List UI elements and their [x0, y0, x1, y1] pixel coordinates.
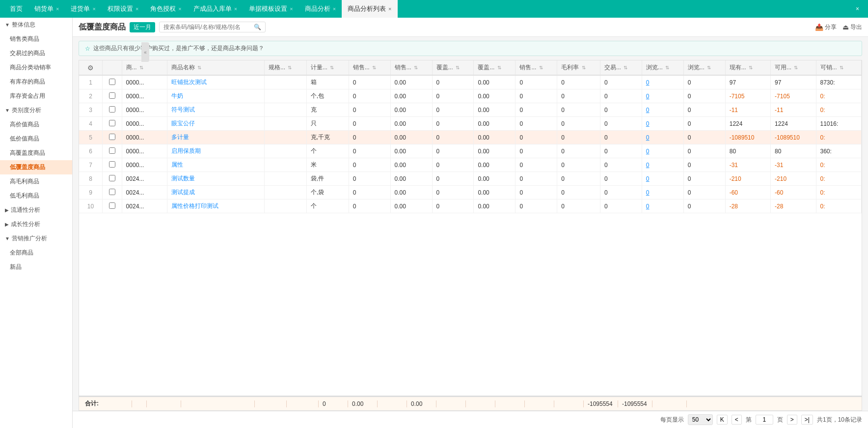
browse-link[interactable]: 0	[646, 107, 650, 114]
product-spec	[265, 131, 307, 144]
browse-link[interactable]: 0	[646, 175, 650, 182]
browse-link[interactable]: 0	[646, 120, 650, 127]
search-input[interactable]	[163, 24, 252, 30]
sidebar-item-inventory-products[interactable]: 有库存的商品	[0, 75, 72, 89]
row-checkbox[interactable]	[109, 120, 115, 126]
header-actions: 📤 分享 ⏏ 导出	[815, 23, 862, 31]
available-stock: 1224	[771, 117, 816, 131]
close-icon[interactable]: ×	[136, 6, 138, 12]
nav-product-analysis[interactable]: 商品分析 ×	[299, 0, 342, 18]
nav-role-auth[interactable]: 角色授权 ×	[144, 0, 187, 18]
sidebar-item-low-coverage[interactable]: 低覆盖度商品	[0, 160, 72, 174]
th-settings[interactable]: ⚙	[79, 60, 103, 75]
sidebar-item-low-value[interactable]: 低价值商品	[0, 132, 72, 146]
browse-link[interactable]: 0	[646, 148, 650, 155]
nav-product-inbound[interactable]: 产成品入库单 ×	[188, 0, 243, 18]
per-page-select[interactable]: 50 100 200	[688, 414, 713, 425]
nav-template-settings[interactable]: 单据模板设置 ×	[243, 0, 298, 18]
row-checkbox[interactable]	[109, 92, 115, 99]
footer-col-browse1	[525, 400, 554, 407]
row-checkbox[interactable]	[109, 79, 115, 85]
browse2: 0	[683, 172, 725, 186]
sidebar-item-high-value[interactable]: 高价值商品	[0, 117, 72, 132]
next-page-button[interactable]: >	[787, 415, 797, 425]
close-icon[interactable]: ×	[388, 6, 391, 12]
data-table-container[interactable]: ⚙ 商... ⇅ 商品名称 ⇅ 规格... ⇅ 计量... ⇅ 销售... ⇅ …	[79, 60, 862, 396]
row-checkbox[interactable]	[109, 189, 115, 195]
row-checkbox-cell	[103, 89, 122, 103]
nav-sales-order[interactable]: 销货单 ×	[28, 0, 65, 18]
th-cover2: 覆盖... ⇅	[474, 60, 515, 75]
sidebar-section-overall[interactable]: ▼ 整体信息	[0, 18, 72, 32]
product-name[interactable]: 测试提成	[167, 186, 265, 200]
saleable-qty: 11016:	[816, 117, 861, 131]
browse-link[interactable]: 0	[646, 162, 650, 169]
export-button[interactable]: ⏏ 导出	[842, 23, 862, 31]
close-all-button[interactable]: ×	[851, 5, 864, 12]
close-icon[interactable]: ×	[333, 6, 336, 12]
product-spec	[265, 75, 307, 89]
product-name[interactable]: 眼宝公仔	[167, 117, 265, 131]
close-icon[interactable]: ×	[290, 6, 293, 12]
sidebar-section-coverage[interactable]: ▼ 类别度分析	[0, 103, 72, 117]
nav-purchase-order[interactable]: 进货单 ×	[65, 0, 101, 18]
product-unit: 个,袋	[306, 186, 349, 200]
sidebar-item-all-products[interactable]: 全部商品	[0, 246, 72, 260]
close-icon[interactable]: ×	[56, 6, 59, 12]
page-unit: 页	[777, 416, 783, 424]
product-name[interactable]: 测试数量	[167, 172, 265, 186]
product-name[interactable]: 符号测试	[167, 103, 265, 117]
sidebar-collapse-button[interactable]: «	[141, 42, 149, 62]
nav-home[interactable]: 首页	[4, 0, 28, 18]
product-name[interactable]: 启用保质期	[167, 144, 265, 158]
sidebar-section-liquidity[interactable]: ▶ 流通性分析	[0, 203, 72, 217]
browse-link[interactable]: 0	[646, 93, 650, 100]
nav-permission-settings[interactable]: 权限设置 ×	[102, 0, 144, 18]
row-checkbox[interactable]	[109, 106, 115, 113]
product-name[interactable]: 多计量	[167, 131, 265, 144]
close-icon[interactable]: ×	[178, 6, 181, 12]
sidebar: ▼ 整体信息 销售类商品 交易过的商品 商品分类动销率 有库存的商品 库存资金占…	[0, 18, 73, 428]
row-checkbox[interactable]	[109, 175, 115, 181]
sidebar-item-new-products[interactable]: 新品	[0, 260, 72, 274]
prev-page-button[interactable]: <	[732, 415, 742, 425]
sidebar-item-traded-products[interactable]: 交易过的商品	[0, 46, 72, 60]
sidebar-section-marketing[interactable]: ▼ 营销推广分析	[0, 231, 72, 246]
row-checkbox[interactable]	[109, 147, 115, 154]
page-number-input[interactable]	[756, 415, 773, 425]
row-number: 4	[79, 117, 103, 131]
last-page-button[interactable]: >|	[801, 415, 813, 425]
period-button[interactable]: 近一月	[130, 22, 155, 32]
browse-link[interactable]: 0	[646, 134, 650, 141]
settings-icon[interactable]: ⚙	[87, 64, 94, 72]
row-checkbox[interactable]	[109, 161, 115, 168]
sidebar-section-growth[interactable]: ▶ 成长性分析	[0, 217, 72, 231]
available-stock: -31	[771, 158, 816, 172]
browse1: 0	[642, 103, 683, 117]
sales-qty: 0	[349, 89, 390, 103]
search-icon[interactable]: 🔍	[254, 24, 261, 30]
close-icon[interactable]: ×	[234, 6, 237, 12]
sidebar-item-low-margin[interactable]: 低毛利商品	[0, 189, 72, 203]
row-checkbox[interactable]	[109, 134, 115, 140]
sidebar-item-sales-products[interactable]: 销售类商品	[0, 32, 72, 46]
first-page-button[interactable]: K	[717, 415, 728, 425]
nav-product-analysis-list[interactable]: 商品分析列表 ×	[342, 0, 397, 18]
sidebar-item-category-sales-rate[interactable]: 商品分类动销率	[0, 60, 72, 75]
current-stock: -210	[725, 172, 770, 186]
browse-link[interactable]: 0	[646, 203, 650, 210]
share-button[interactable]: 📤 分享	[815, 23, 837, 31]
th-current: 现有... ⇅	[725, 60, 770, 75]
row-checkbox[interactable]	[109, 202, 115, 209]
browse-link[interactable]: 0	[646, 79, 650, 86]
sidebar-item-high-margin[interactable]: 高毛利商品	[0, 174, 72, 189]
product-name[interactable]: 牛奶	[167, 89, 265, 103]
browse-link[interactable]: 0	[646, 189, 650, 196]
gross-rate: 0	[557, 131, 600, 144]
product-name[interactable]: 属性	[167, 158, 265, 172]
sidebar-item-high-coverage[interactable]: 高覆盖度商品	[0, 146, 72, 160]
sidebar-item-inventory-capital[interactable]: 库存资金占用	[0, 89, 72, 103]
product-name[interactable]: 旺铺批次测试	[167, 75, 265, 89]
product-name[interactable]: 属性价格打印测试	[167, 200, 265, 213]
close-icon[interactable]: ×	[92, 6, 95, 12]
